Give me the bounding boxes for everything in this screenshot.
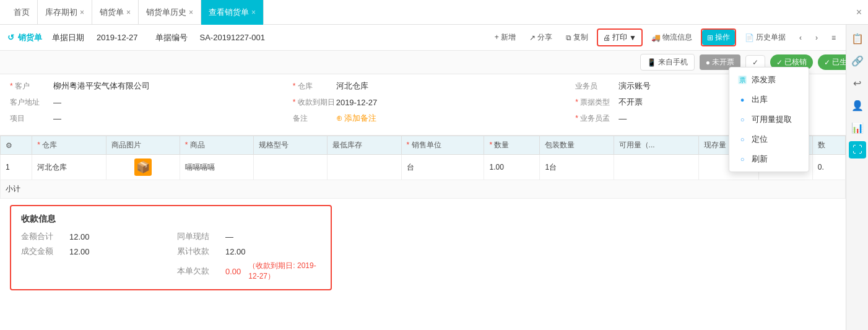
project-value: — — [53, 114, 165, 123]
tab-inventory[interactable]: 库存期初 × — [38, 0, 92, 25]
salesman-label: 业务员孟 — [575, 113, 618, 124]
payment-grid: 金额合计 12.00 同单现结 — 成交金额 12.00 累计收款 12.00 — [21, 231, 321, 282]
staff-label: 业务员 — [575, 81, 618, 92]
logistics-icon: 🚚 — [651, 33, 661, 42]
sidebar-icon-2[interactable]: 🔗 — [849, 52, 866, 69]
sidebar-icon-expand[interactable]: ⛶ — [849, 141, 866, 158]
tab-sales-history-close[interactable]: × — [189, 8, 193, 17]
dropdown-item-add-invoice[interactable]: 票 添发票 — [729, 70, 809, 90]
form-group-project: 项目 — — [10, 113, 293, 124]
list-view-button[interactable]: ≡ — [827, 31, 841, 45]
row-available — [614, 155, 699, 180]
salesman-value: — — [618, 114, 730, 123]
cumulative-value: 12.00 — [225, 247, 246, 256]
col-min-stock: 最低库存 — [328, 136, 401, 155]
row-warehouse: 河北仓库 — [32, 155, 106, 180]
row-pkg-qty: 1台 — [540, 155, 614, 180]
refresh-label: 刷新 — [752, 154, 768, 165]
next-button[interactable]: › — [810, 31, 823, 45]
row-spec — [254, 155, 328, 180]
form-group-warehouse: 仓库 河北仓库 — [293, 80, 576, 92]
row-qty: 1.00 — [484, 155, 540, 180]
col-product: 商品 — [180, 136, 253, 155]
doc-meta: 单据日期 2019-12-27 单据编号 SA-20191227-001 — [52, 32, 265, 43]
payment-total-label: 金额合计 — [21, 231, 64, 242]
tab-view-sales[interactable]: 查看销货单 × — [201, 0, 264, 25]
tab-home[interactable]: 首页 — [6, 0, 38, 25]
ticket-type-label: 票据类型 — [575, 97, 618, 108]
sidebar-icon-5[interactable]: 📊 — [849, 119, 866, 136]
number-value: SA-20191227-001 — [200, 33, 266, 42]
row-index: 1 — [1, 155, 32, 180]
address-value: — — [53, 98, 165, 107]
payment-total-value: 12.00 — [69, 232, 90, 241]
add-remark-button[interactable]: ⊕ 添加备注 — [336, 113, 377, 124]
share-button[interactable]: ↗ 分享 — [524, 30, 557, 45]
history-button[interactable]: 📄 历史单据 — [740, 30, 791, 45]
dropdown-item-refresh[interactable]: ○ 刷新 — [729, 149, 809, 169]
sidebar-icon-3[interactable]: ↩ — [849, 74, 866, 92]
ticket-icon: ● — [706, 58, 710, 67]
sidebar-icon-4[interactable]: 👤 — [849, 97, 866, 114]
prev-button[interactable]: ‹ — [794, 31, 807, 45]
print-button[interactable]: 🖨 打印 ▼ — [597, 28, 643, 46]
tab-view-sales-close[interactable]: × — [251, 8, 256, 17]
single-settlement-value: — — [225, 232, 233, 241]
operate-button-box: ⊞ 操作 — [701, 28, 736, 46]
doc-title: ↺ 销货单 — [7, 32, 42, 43]
remark-label: 备注 — [293, 113, 336, 124]
dropdown-item-available[interactable]: ○ 可用量提取 — [729, 110, 809, 129]
payment-section: 收款信息 金额合计 12.00 同单现结 — 成交金额 12.00 累计收款 1… — [10, 205, 332, 290]
operate-button[interactable]: ⊞ 操作 — [702, 30, 735, 45]
col-settings[interactable]: ⚙ — [1, 136, 32, 155]
right-sidebar: 📋 🔗 ↩ 👤 📊 ⛶ — [846, 25, 868, 330]
sidebar-icon-1[interactable]: 📋 — [849, 30, 866, 47]
form-group-payment-date: 收款到期日 2019-12-27 — [293, 97, 576, 108]
logistics-button[interactable]: 🚚 物流信息 — [646, 30, 697, 45]
ticket-type-value: 不开票 — [618, 97, 730, 108]
dropdown-item-locate[interactable]: ○ 定位 — [729, 129, 809, 149]
add-invoice-icon: 票 — [738, 76, 747, 84]
dropdown-item-outbound[interactable]: ● 出库 — [729, 90, 809, 110]
main-area: ↺ 销货单 单据日期 2019-12-27 单据编号 SA-20191227-0… — [0, 25, 868, 330]
payment-total: 金额合计 12.00 — [21, 231, 165, 242]
toolbar: + 新增 ↗ 分享 ⧉ 复制 🖨 打印 ▼ 🚚 物流信息 — [490, 28, 861, 46]
col-qty: 数量 — [484, 136, 540, 155]
form-group-staff: 业务员 演示账号 — [575, 80, 858, 92]
warehouse-value: 河北仓库 — [336, 80, 448, 92]
warehouse-label: 仓库 — [293, 81, 336, 92]
table-row: 1 河北仓库 📦 嗝嗝嗝嗝 台 1.00 1台 12.00 — [1, 155, 846, 180]
tab-sales-history[interactable]: 销货单历史 × — [139, 0, 201, 25]
col-available: 可用量（... — [614, 136, 699, 155]
payment-date-label: 收款到期日 — [293, 97, 336, 108]
new-button[interactable]: + 新增 — [490, 30, 521, 45]
phone-icon: 📱 — [647, 58, 656, 67]
col-warehouse: 仓库 — [32, 136, 106, 155]
date-label: 单据日期 — [52, 32, 84, 43]
tab-inventory-close[interactable]: × — [80, 8, 84, 17]
locate-label: 定位 — [752, 134, 768, 145]
row-amount: 0. — [812, 155, 845, 180]
col-amount: 数 — [812, 136, 845, 155]
available-label: 可用量提取 — [752, 114, 792, 125]
from-phone-button[interactable]: 📱 来自手机 — [640, 54, 695, 71]
tab-sales-close[interactable]: × — [126, 8, 131, 17]
col-spec: 规格型号 — [254, 136, 328, 155]
dropdown-menu: 票 添发票 ● 出库 ○ 可用量提取 ○ 定位 ○ 刷新 — [729, 67, 809, 172]
locate-icon: ○ — [738, 135, 747, 144]
col-image: 商品图片 — [106, 136, 180, 155]
tab-inventory-label: 库存期初 — [45, 7, 77, 18]
row-unit: 台 — [401, 155, 484, 180]
customer-value: 柳州粤港平安气体有限公司 — [53, 80, 165, 92]
cumulative-label: 累计收款 — [177, 246, 220, 257]
copy-button[interactable]: ⧉ 复制 — [561, 30, 593, 45]
window-close-icon[interactable]: × — [856, 7, 862, 18]
payment-cumulative: 累计收款 12.00 — [177, 246, 321, 257]
row-min-stock — [328, 155, 401, 180]
subtotal-label: 小计 — [1, 180, 846, 199]
check-icon: ✓ — [752, 58, 758, 67]
tab-sales[interactable]: 销货单 × — [92, 0, 139, 25]
add-remark-icon: ⊕ — [336, 113, 342, 123]
due-label: 本单欠款 — [177, 266, 220, 277]
product-table: ⚙ 仓库 商品图片 商品 规格型号 最低库存 销售单位 数量 包装数量 可用量（… — [0, 136, 846, 199]
